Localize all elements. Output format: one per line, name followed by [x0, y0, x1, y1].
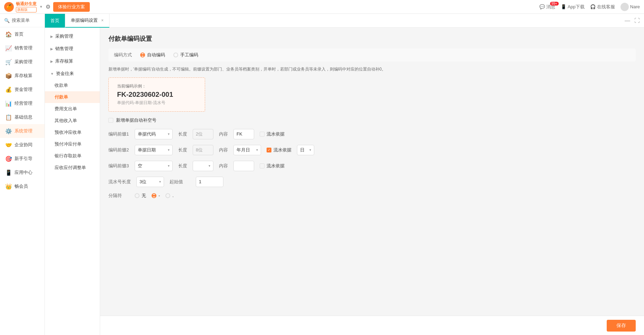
serial-length-select[interactable]: 3位 ▾	[136, 177, 164, 187]
prefix2-length-input: 8位	[193, 145, 213, 155]
app-download-area[interactable]: 📱 App下载	[561, 4, 585, 10]
sec-group-purchase-header[interactable]: ▶ 采购管理	[45, 30, 100, 42]
sep-none-radio[interactable]	[135, 193, 140, 198]
prefix3-stream-check[interactable]: 流水依据	[260, 163, 285, 169]
encoding-method-row: 编码方式 自动编码 手工编码	[108, 48, 636, 62]
sidebar-item-member[interactable]: 👑 畅会员	[0, 179, 45, 193]
sidebar-search[interactable]: 🔍 搜索菜单	[0, 14, 45, 27]
tab-maximize-button[interactable]: ⛶	[633, 17, 641, 25]
sidebar-item-operations[interactable]: 📊 经营管理	[0, 96, 45, 110]
form-row-prefix1: 编码前缀1 单据代码 ▾ 长度 2位 内容 FK	[108, 129, 636, 139]
sidebar-item-apps[interactable]: 📱 应用中心	[0, 166, 45, 179]
sec-group-fund-header[interactable]: ▼ 资金往来	[45, 68, 100, 80]
sidebar-item-inventory[interactable]: 📦 库存核算	[0, 69, 45, 83]
sec-item-payment[interactable]: 付款单	[45, 91, 100, 103]
chevron-down-icon9: ▾	[209, 164, 210, 168]
prefix2-stream-checkbox[interactable]: ✓	[267, 148, 271, 152]
member-icon: 👑	[6, 183, 12, 189]
tab-encoding-settings[interactable]: 单据编码设置 ×	[65, 14, 109, 28]
tab-home[interactable]: 首页	[45, 14, 65, 28]
operations-icon: 📊	[6, 100, 12, 106]
message-badge: 99+	[550, 2, 559, 6]
main-column: 付款单编码设置 编码方式 自动编码 手工编码	[100, 28, 644, 335]
username-text: Nare	[630, 4, 640, 9]
prefix3-select[interactable]: 空 ▾	[135, 161, 173, 171]
message-area[interactable]: 💬 消息 99+	[539, 4, 555, 10]
trial-button[interactable]: 体验行业方案	[53, 2, 90, 12]
encoding-method-label: 编码方式	[114, 52, 132, 58]
enterprise-icon: 🤝	[6, 142, 12, 148]
serial-start-input[interactable]: 1	[196, 177, 223, 187]
online-service-area[interactable]: 🎧 在线客服	[590, 4, 615, 10]
prefix1-stream-checkbox[interactable]	[260, 132, 265, 137]
sidebar-item-purchase[interactable]: 🛒 采购管理	[0, 55, 45, 69]
main-layout: 🔍 搜索菜单 🏠 首页 📈 销售管理 🛒 采购管理 📦 库存核算 💰	[0, 0, 644, 335]
logo-area: 🍊 畅通好生意 旗舰版	[4, 1, 37, 12]
sec-item-bank-deposit[interactable]: 银行存取款单	[45, 150, 100, 162]
sidebar-item-home[interactable]: 🏠 首页	[0, 27, 45, 41]
sidebar-item-guide[interactable]: 🎯 新手引导	[0, 152, 45, 166]
tab-minimize-button[interactable]: —	[623, 17, 632, 25]
prefix2-select[interactable]: 单据日期 ▾	[135, 145, 173, 155]
sec-group-sales-header[interactable]: ▶ 销售管理	[45, 43, 100, 55]
prefix2-content-select[interactable]: 年月日 ▾	[233, 145, 261, 155]
save-button[interactable]: 保存	[607, 320, 636, 332]
sec-item-receivable-adj[interactable]: 应收应付调整单	[45, 162, 100, 174]
sec-group-inventory-header[interactable]: ▶ 库存核算	[45, 55, 100, 67]
auto-encoding-option[interactable]: 自动编码	[140, 52, 165, 58]
sidebar-nav: 🏠 首页 📈 销售管理 🛒 采购管理 📦 库存核算 💰 资金管理 📊 经	[0, 27, 45, 335]
sales-icon: 📈	[6, 45, 12, 51]
avatar	[621, 3, 629, 11]
logo-icon: 🍊	[4, 2, 14, 12]
online-service-icon: 🎧	[590, 4, 596, 9]
sep-dot-radio[interactable]	[165, 193, 170, 198]
manual-encoding-option[interactable]: 手工编码	[173, 52, 198, 58]
sidebar-item-basic[interactable]: 📋 基础信息	[0, 110, 45, 124]
sep-none-option[interactable]: 无	[135, 193, 146, 199]
sec-group-purchase: ▶ 采购管理	[45, 30, 100, 42]
prefix1-stream-check[interactable]: 流水依据	[260, 131, 285, 137]
header-dropdown[interactable]: ▼	[39, 5, 43, 9]
info-text: 新增单据时，'单据编码'自动生成，不可编辑。前缀设置为部门、业务员等档案类别，开…	[108, 66, 636, 73]
tab-bar-actions: — ⛶	[623, 17, 644, 25]
prefix2-stream-period-select[interactable]: 日 ▾	[297, 145, 314, 155]
tab-close-icon[interactable]: ×	[101, 18, 104, 23]
sec-item-prepay-receive[interactable]: 预收冲应收单	[45, 127, 100, 138]
logo-text: 畅通好生意 旗舰版	[16, 1, 37, 12]
home-icon: 🏠	[6, 31, 12, 37]
sidebar: 🔍 搜索菜单 🏠 首页 📈 销售管理 🛒 采购管理 📦 库存核算 💰	[0, 14, 45, 335]
guide-icon: 🎯	[6, 156, 12, 162]
chevron-right-icon2: ▶	[50, 47, 53, 51]
sidebar-item-system[interactable]: ⚙️ 系统管理	[0, 124, 45, 138]
sep-hyphen-radio[interactable]	[152, 193, 156, 198]
sec-item-other-income[interactable]: 其他收入单	[45, 115, 100, 127]
inventory-icon: 📦	[6, 73, 12, 79]
prefix1-select[interactable]: 单据代码 ▾	[135, 129, 173, 139]
chevron-down-icon8: ▾	[168, 164, 170, 168]
settings-icon[interactable]: ⚙	[46, 3, 50, 10]
sidebar-item-finance[interactable]: 💰 资金管理	[0, 83, 45, 96]
sidebar-item-sales[interactable]: 📈 销售管理	[0, 41, 45, 55]
sec-item-receipt[interactable]: 收款单	[45, 80, 100, 91]
prefix3-stream-checkbox[interactable]	[260, 164, 265, 168]
sidebar-item-enterprise[interactable]: 🤝 企业协同	[0, 138, 45, 152]
sec-item-prepay-pay[interactable]: 预付冲应付单	[45, 138, 100, 150]
chevron-down-icon10: ▾	[159, 180, 161, 184]
prefix1-label: 编码前缀1	[108, 131, 129, 137]
auto-fill-checkbox[interactable]	[108, 118, 113, 123]
sep-dot-option[interactable]: .	[165, 193, 174, 198]
auto-encoding-radio[interactable]	[140, 53, 145, 57]
sec-item-expense[interactable]: 费用支出单	[45, 103, 100, 115]
chevron-down-icon4: ▾	[168, 132, 170, 136]
serial-length-label: 流水号长度	[108, 179, 131, 185]
user-area[interactable]: Nare	[621, 3, 640, 11]
sec-group-inventory: ▶ 库存核算	[45, 55, 100, 67]
prefix1-content-label: 内容	[219, 131, 228, 137]
prefix2-stream-check[interactable]: ✓ 流水依据	[267, 147, 291, 153]
prefix3-length-select[interactable]: ▾	[193, 161, 213, 171]
apps-icon: 📱	[6, 169, 12, 176]
sep-hyphen-option[interactable]: -	[152, 193, 160, 198]
app-download-icon: 📱	[561, 4, 566, 9]
manual-encoding-radio[interactable]	[173, 53, 178, 57]
prefix3-content-label: 内容	[219, 163, 228, 169]
